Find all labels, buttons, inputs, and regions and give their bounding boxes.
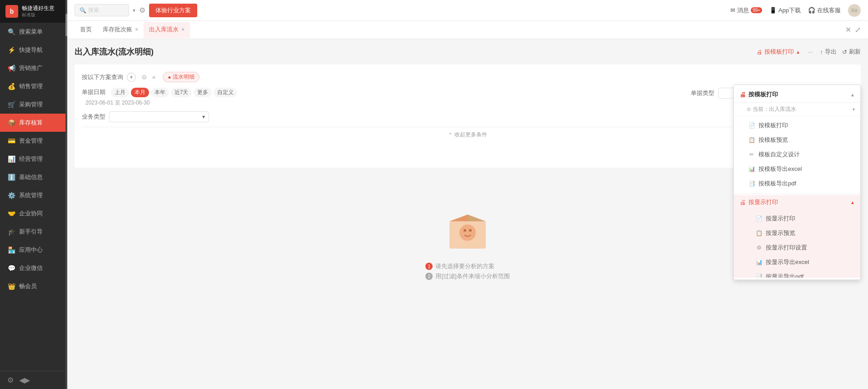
tab-in-out-flow-close[interactable]: × bbox=[181, 26, 185, 33]
display-print-settings-item[interactable]: ⚙ 按显示打印设置 bbox=[741, 240, 860, 255]
print-more-options[interactable]: ··· bbox=[806, 48, 815, 55]
business-type-chevron: ▾ bbox=[202, 114, 205, 120]
print-template-excel-item[interactable]: 📊 按模板导出excel bbox=[734, 162, 860, 176]
close-tab-btn[interactable]: ✕ bbox=[845, 25, 851, 34]
refresh-button[interactable]: ↺ 刷新 bbox=[842, 48, 861, 56]
sidebar-item-guide[interactable]: 🎓 新手引导 bbox=[0, 223, 67, 241]
display-preview-icon: 📋 bbox=[756, 230, 762, 236]
date-range-display: 2023-06-01 至 2023-06-30 bbox=[85, 99, 237, 107]
export-button[interactable]: ↑ 导出 bbox=[820, 48, 837, 56]
print-template-print-item[interactable]: 📄 按模板打印 bbox=[734, 118, 860, 133]
tab-inventory-batch-close[interactable]: × bbox=[135, 26, 138, 33]
sidebar-item-operations[interactable]: 📊 经营管理 bbox=[0, 150, 67, 168]
tab-in-out-flow[interactable]: 出入库流水 × bbox=[144, 22, 190, 38]
hint-number-1: 1 bbox=[425, 263, 433, 270]
gear-icon: ⚙️ bbox=[7, 191, 15, 199]
app-logo-text: 畅捷通好生意 标准版 bbox=[22, 5, 55, 18]
box-icon: 📦 bbox=[7, 119, 15, 127]
current-label-icon: ⊙ bbox=[747, 106, 751, 112]
sidebar-item-weixin[interactable]: 💬 企业微信 bbox=[0, 259, 67, 277]
industry-solution-button[interactable]: 体验行业方案 bbox=[149, 4, 197, 17]
date-pill-more[interactable]: 更多 bbox=[194, 88, 212, 97]
display-print-item[interactable]: 📄 按显示打印 bbox=[741, 211, 860, 226]
display-print-section: 📄 按显示打印 📋 按显示预览 ⚙ 按显示打印设置 📊 按显示导出excel bbox=[734, 209, 860, 278]
sidebar-item-collaboration[interactable]: 🤝 企业协同 bbox=[0, 204, 67, 223]
printer-icon: 🖨 bbox=[757, 49, 763, 55]
card-icon: 💳 bbox=[7, 137, 15, 145]
display-excel-item[interactable]: 📊 按显示导出excel bbox=[741, 255, 860, 269]
maximize-tab-btn[interactable]: ⤢ bbox=[855, 25, 861, 34]
settings-footer-icon[interactable]: ⚙ bbox=[7, 376, 14, 384]
crown-icon: 👑 bbox=[7, 282, 15, 290]
customer-service-btn[interactable]: 🎧 在线客服 bbox=[808, 6, 841, 15]
date-pill-last-month[interactable]: 上月 bbox=[111, 88, 129, 97]
sidebar-item-basic-info[interactable]: ℹ️ 基础信息 bbox=[0, 168, 67, 186]
user-avatar[interactable]: Rit bbox=[848, 4, 861, 17]
doc-print-icon: 📄 bbox=[748, 122, 755, 129]
topbar-gear-btn[interactable]: ⚙ bbox=[139, 6, 145, 15]
svg-point-4 bbox=[464, 229, 466, 232]
sidebar-item-vip[interactable]: 👑 畅会员 bbox=[0, 277, 67, 295]
refresh-icon: ↺ bbox=[842, 49, 847, 55]
current-section-chevron: ▾ bbox=[853, 107, 855, 112]
sidebar-item-app-center[interactable]: 🏪 应用中心 bbox=[0, 241, 67, 259]
sidebar-nav: 🔍 搜索菜单 ⚡ 快捷导航 📢 营销推广 💰 销售管理 🛒 采购管理 📦 库存核… bbox=[0, 23, 67, 371]
tab-bar: 首页 库存批次账 × 出入库流水 × ✕ ⤢ bbox=[67, 21, 868, 39]
sidebar-item-search[interactable]: 🔍 搜索菜单 bbox=[0, 23, 67, 41]
date-pill-this-year[interactable]: 本年 bbox=[151, 88, 169, 97]
sidebar-item-finance[interactable]: 💳 资金管理 bbox=[0, 132, 67, 150]
tab-home[interactable]: 首页 bbox=[75, 22, 97, 38]
active-filter-tag: ● 流水明细 bbox=[163, 72, 200, 82]
hint-number-2: 2 bbox=[425, 273, 433, 280]
date-filter-group: 单据日期 上月 本月 本年 近7天 更多 自定义 2023-06-01 至 20… bbox=[82, 88, 237, 107]
collapse-icon: ⌃ bbox=[448, 132, 453, 138]
page-title: 出入库流水(流水明细) bbox=[75, 46, 154, 57]
doc-preview-icon: 📋 bbox=[748, 137, 755, 143]
excel-icon: 📊 bbox=[748, 166, 755, 172]
print-template-pdf-item[interactable]: 📑 按模板导出pdf bbox=[734, 176, 860, 191]
sidebar-footer: ⚙ ◀▶ bbox=[0, 371, 67, 389]
collapse-sidebar-icon[interactable]: ◀▶ bbox=[19, 376, 30, 384]
chart-icon: 📊 bbox=[7, 155, 15, 163]
megaphone-icon: 📢 bbox=[7, 64, 15, 72]
tab-inventory-batch[interactable]: 库存批次账 × bbox=[97, 22, 144, 38]
date-pill-custom[interactable]: 自定义 bbox=[214, 88, 237, 97]
sidebar-logo: b 畅捷通好生意 标准版 bbox=[0, 0, 67, 23]
topbar-dropdown-arrow[interactable]: ▾ bbox=[133, 7, 135, 14]
print-template-design-item[interactable]: ✏ 模板自定义设计 bbox=[734, 147, 860, 162]
print-template-button[interactable]: 🖨 按模板打印 ▲ bbox=[757, 48, 800, 56]
topbar-search-box[interactable]: 🔍 搜索 bbox=[75, 4, 129, 16]
sidebar-item-sales[interactable]: 💰 销售管理 bbox=[0, 77, 67, 95]
sidebar-item-quick-nav[interactable]: ⚡ 快捷导航 bbox=[0, 41, 67, 59]
print-template-preview-item[interactable]: 📋 按模板预览 bbox=[734, 133, 860, 147]
display-pdf-item[interactable]: 📑 按显示导出pdf bbox=[741, 269, 860, 278]
business-type-group: 业务类型 ▾ bbox=[82, 111, 209, 122]
sidebar-item-purchase[interactable]: 🛒 采购管理 bbox=[0, 95, 67, 114]
template-print-section: 📄 按模板打印 📋 按模板预览 ✏ 模板自定义设计 📊 按模板导出excel bbox=[734, 116, 860, 193]
flash-icon: ⚡ bbox=[7, 46, 15, 54]
date-pill-7days[interactable]: 近7天 bbox=[171, 88, 192, 97]
display-section-chevron: ▲ bbox=[850, 200, 855, 205]
date-pill-this-month[interactable]: 本月 bbox=[131, 88, 149, 97]
display-pdf-icon: 📑 bbox=[756, 274, 762, 278]
sidebar-item-inventory[interactable]: 📦 库存核算 bbox=[0, 114, 67, 132]
headset-icon: 🎧 bbox=[808, 7, 815, 14]
filter-header: 按以下方案查询 + ⊙ « ● 流水明细 bbox=[82, 72, 853, 82]
filter-add-button[interactable]: + bbox=[127, 73, 136, 82]
display-preview-item[interactable]: 📋 按显示预览 bbox=[741, 226, 860, 240]
topbar-right: ✉ 消息 99+ 📱 App下载 🎧 在线客服 Rit bbox=[730, 4, 861, 17]
business-type-select[interactable]: ▾ bbox=[109, 111, 209, 122]
sidebar-item-marketing[interactable]: 📢 营销推广 bbox=[0, 59, 67, 77]
sidebar-item-system[interactable]: ⚙️ 系统管理 bbox=[0, 186, 67, 204]
print-dropdown-panel: 🖨 按模板打印 ▲ ⊙ 当前：出入库流水 ▾ 📄 bbox=[733, 85, 861, 280]
collapse-filter-link[interactable]: ⌃ 收起更多条件 bbox=[448, 131, 487, 139]
app-download-btn[interactable]: 📱 App下载 bbox=[769, 6, 801, 15]
display-print-section-header[interactable]: 🖨 按显示打印 ▲ bbox=[734, 195, 860, 209]
topbar: 🔍 搜索 ▾ ⚙ 体验行业方案 ✉ 消息 99+ 📱 App下载 🎧 在线客服 … bbox=[67, 0, 868, 21]
filter-settings-btn[interactable]: ⊙ bbox=[140, 73, 149, 82]
sidebar: b 畅捷通好生意 标准版 🔍 搜索菜单 ⚡ 快捷导航 📢 营销推广 💰 销售管理… bbox=[0, 0, 67, 389]
cart-icon: 🛒 bbox=[7, 100, 15, 109]
display-print-header-icon: 🖨 bbox=[739, 199, 746, 206]
filter-toggle-btn[interactable]: « bbox=[152, 74, 155, 80]
message-btn[interactable]: ✉ 消息 99+ bbox=[730, 6, 762, 15]
